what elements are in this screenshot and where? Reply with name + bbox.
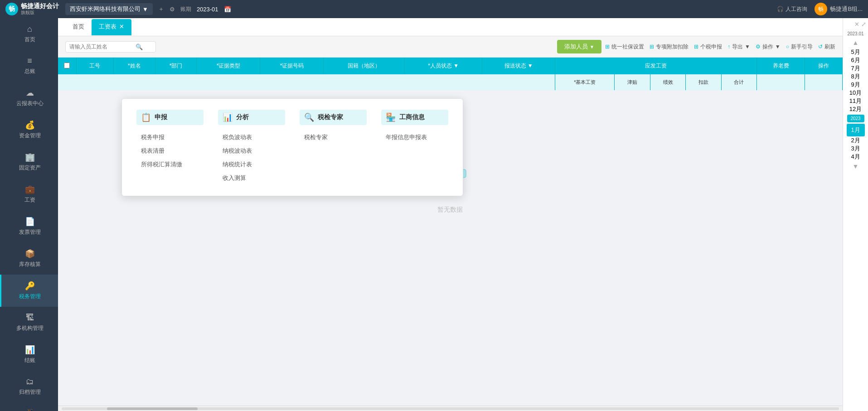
month-sep[interactable]: 9月 — [851, 81, 860, 89]
sidebar-item-general[interactable]: ≡ 总账 — [0, 50, 58, 82]
top-bar: 畅 畅捷通好会计 旗舰版 西安虾米网络科技有限公司 ▼ ＋ ⚙ 账期 2023-… — [0, 0, 868, 18]
tax-icon: 🔑 — [25, 281, 35, 291]
logo-icon: 畅 — [5, 3, 18, 15]
calendar-nav-down[interactable]: ▼ — [851, 161, 861, 172]
col-id-type: *证据类型 — [197, 58, 260, 74]
sidebar-item-funds[interactable]: 💰 资金管理 — [0, 114, 58, 146]
closing-icon: 📊 — [25, 345, 35, 355]
month-jan[interactable]: 1月 — [847, 124, 865, 136]
sidebar-label-cloud: 云报表中心 — [16, 100, 44, 107]
close-panel-icon[interactable]: ✕ — [854, 21, 859, 28]
sidebar: ⌂ 首页 ≡ 总账 ☁ 云报表中心 💰 资金管理 🏢 固定资产 💼 工资 📄 发… — [0, 18, 58, 411]
month-apr[interactable]: 4月 — [851, 153, 860, 161]
tab-salary-table[interactable]: 工资表 ✕ — [92, 19, 131, 35]
sidebar-item-inventory[interactable]: 📦 库存核算 — [0, 242, 58, 275]
content-area: 首页 工资表 ✕ 🔍 添加人员 ▼ ⊞ 统一社保设置 — [58, 18, 843, 411]
sidebar-item-tax[interactable]: 🔑 税务管理 — [0, 275, 58, 307]
month-mar[interactable]: 3月 — [851, 145, 860, 153]
sidebar-item-report[interactable]: 📱 小畅报销 — [0, 402, 58, 411]
multiorg-icon: 🏗 — [26, 313, 34, 323]
col-checkbox[interactable] — [58, 58, 76, 74]
search-input[interactable] — [69, 44, 133, 50]
month-dec[interactable]: 12月 — [849, 105, 862, 113]
sidebar-item-multiorg[interactable]: 🏗 多机构管理 — [0, 307, 58, 338]
tax-expert-icon: 🔍 — [304, 112, 314, 122]
menu-item-tax-form[interactable]: 税表清册 — [136, 144, 204, 158]
add-company-icon[interactable]: ＋ — [158, 5, 164, 13]
sidebar-item-archive[interactable]: 🗂 归档管理 — [0, 371, 58, 402]
tax-return-icon: ⊞ — [694, 44, 698, 50]
menu-item-income-calc[interactable]: 收入测算 — [218, 171, 285, 185]
month-feb[interactable]: 2月 — [851, 136, 860, 145]
calendar-icon[interactable]: 📅 — [224, 6, 231, 13]
select-all-checkbox[interactable] — [64, 63, 70, 68]
headset-icon: 🎧 — [777, 6, 784, 12]
calendar-nav-up[interactable]: ▲ — [851, 37, 861, 48]
table-sub-header-row: *基本工资 津贴 绩效 扣款 合计 — [58, 74, 843, 90]
business-info-icon: 🏪 — [386, 112, 396, 122]
dropdown-section-business-info: 🏪 工商信息 年报信息申报表 — [374, 106, 456, 189]
toolbar-actions: ⊞ 统一社保设置 ⊞ 专项附加扣除 ⊞ 个税申报 ↑ 导出 ▼ ⚙ — [605, 43, 835, 51]
sidebar-item-closing[interactable]: 📊 结账 — [0, 338, 58, 371]
status-filter-icon[interactable]: ▼ — [453, 63, 459, 69]
username: 畅捷通B组... — [830, 5, 863, 13]
refresh-button[interactable]: ↺ 刷新 — [818, 43, 835, 51]
month-aug[interactable]: 8月 — [851, 73, 860, 81]
add-dropdown-icon: ▼ — [590, 44, 594, 49]
menu-item-income-tax[interactable]: 所得税汇算清缴 — [136, 158, 204, 171]
sidebar-item-assets[interactable]: 🏢 固定资产 — [0, 146, 58, 178]
menu-item-tax-declaration[interactable]: 税务申报 — [136, 131, 204, 144]
export-button[interactable]: ↑ 导出 ▼ — [727, 43, 750, 51]
analysis-icon: 📊 — [223, 112, 233, 122]
col-employee-no: 工号 — [76, 58, 113, 74]
month-nov[interactable]: 11月 — [849, 97, 862, 105]
col-department: *部门 — [155, 58, 197, 74]
salary-icon: 💼 — [25, 184, 35, 194]
expand-panel-icon[interactable]: ⤢ — [861, 21, 866, 28]
sidebar-label-inventory: 库存核算 — [19, 261, 41, 268]
sidebar-item-cloud[interactable]: ☁ 云报表中心 — [0, 82, 58, 114]
dropdown-arrow-icon: ▼ — [142, 6, 148, 13]
sidebar-label-assets: 固定资产 — [19, 164, 41, 172]
company-selector[interactable]: 西安虾米网络科技有限公司 ▼ — [65, 3, 153, 15]
sidebar-label-salary: 工资 — [24, 196, 35, 204]
tab-home[interactable]: 首页 — [65, 19, 92, 35]
month-jun[interactable]: 6月 — [851, 56, 860, 64]
month-oct[interactable]: 10月 — [849, 89, 862, 97]
guide-button[interactable]: ○ 新手引导 — [786, 43, 813, 51]
consult-button[interactable]: 🎧 人工咨询 — [777, 5, 807, 13]
period-label: 账期 — [180, 5, 191, 13]
sidebar-item-invoice[interactable]: 📄 发票管理 — [0, 210, 58, 242]
main-layout: ⌂ 首页 ≡ 总账 ☁ 云报表中心 💰 资金管理 🏢 固定资产 💼 工资 📄 发… — [0, 18, 868, 411]
menu-item-annual-report[interactable]: 年报信息申报表 — [381, 131, 448, 144]
sidebar-item-salary[interactable]: 💼 工资 — [0, 178, 58, 210]
menu-item-tax-expert[interactable]: 税检专家 — [300, 131, 367, 144]
deduction-icon: ⊞ — [650, 44, 654, 50]
empty-text: 暂无数据 — [437, 206, 463, 214]
add-person-button[interactable]: 添加人员 ▼ — [557, 40, 601, 53]
report-status-filter-icon[interactable]: ▼ — [528, 63, 533, 69]
invoice-icon: 📄 — [25, 217, 35, 227]
settings-icon[interactable]: ⚙ — [170, 6, 175, 13]
social-insurance-icon: ⊞ — [605, 44, 610, 50]
sidebar-item-home[interactable]: ⌂ 首页 — [0, 18, 58, 50]
horizontal-scrollbar[interactable] — [58, 406, 843, 411]
tax-return-button[interactable]: ⊞ 个税申报 — [694, 43, 722, 51]
menu-item-tax-burden[interactable]: 税负波动表 — [218, 131, 285, 144]
month-jul[interactable]: 7月 — [851, 64, 860, 73]
menu-item-tax-stats[interactable]: 纳税统计表 — [218, 158, 285, 171]
col-base-salary: *基本工资 — [555, 74, 615, 90]
scroll-thumb[interactable] — [107, 407, 198, 410]
section-header-tax-expert: 🔍 税检专家 — [300, 110, 367, 125]
tab-close-icon[interactable]: ✕ — [119, 23, 124, 30]
deduction-button[interactable]: ⊞ 专项附加扣除 — [650, 43, 689, 51]
scroll-track — [62, 407, 839, 410]
operate-button[interactable]: ⚙ 操作 ▼ — [756, 43, 781, 51]
user-area[interactable]: 畅 畅捷通B组... — [815, 3, 863, 15]
sidebar-label-funds: 资金管理 — [19, 132, 41, 140]
social-insurance-button[interactable]: ⊞ 统一社保设置 — [605, 43, 644, 51]
month-may[interactable]: 5月 — [851, 48, 860, 56]
section-header-business-info: 🏪 工商信息 — [381, 110, 448, 125]
sidebar-label-closing: 结账 — [24, 357, 35, 364]
menu-item-tax-payment[interactable]: 纳税波动表 — [218, 144, 285, 158]
